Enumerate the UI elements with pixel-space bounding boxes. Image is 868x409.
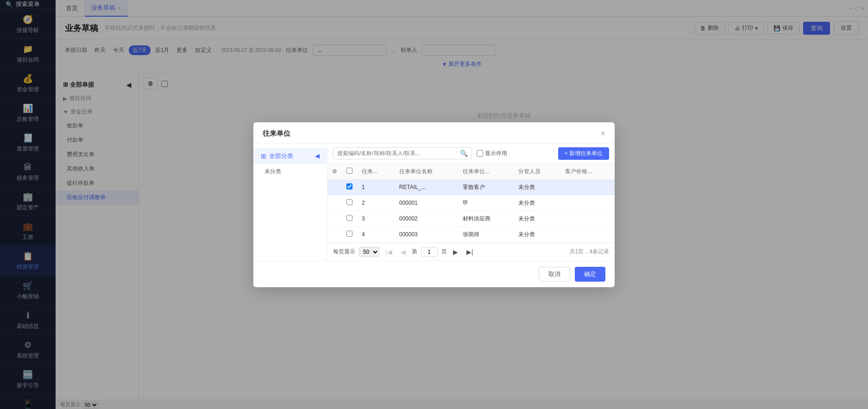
row-check[interactable] xyxy=(342,195,357,211)
unclassified-item[interactable]: 未分类 xyxy=(253,164,327,179)
last-page-button[interactable]: ▶| xyxy=(464,247,476,257)
confirm-button[interactable]: 确定 xyxy=(575,267,605,282)
col-settings-header: ⚙ xyxy=(327,164,342,180)
page-number-input[interactable] xyxy=(421,247,438,257)
page-size-label: 每页显示 xyxy=(333,248,355,256)
modal-title: 往来单位 xyxy=(263,129,290,138)
row-settings xyxy=(327,195,342,211)
row-name: 甲 xyxy=(458,195,514,211)
modal-toolbar: 🔍 显示停用 + 新增往来单位 xyxy=(327,144,615,164)
page-size-select[interactable]: 50 xyxy=(359,247,379,257)
modal-dialog-footer: 取消 确定 xyxy=(253,261,615,287)
col-code-header: 往来... xyxy=(357,164,395,180)
row-name: 零散客户 xyxy=(458,179,514,195)
total-label: 共1页，4条记录 xyxy=(570,248,609,256)
prev-page-button[interactable]: ◀ xyxy=(398,247,408,257)
row-settings xyxy=(327,211,342,227)
row-manager xyxy=(560,227,615,242)
modal-table: ⚙ 往来... 往来单位名称 往来单位... 分管人员 客户价格... xyxy=(327,164,615,243)
page-number-label: 第 xyxy=(412,248,417,256)
row-settings xyxy=(327,179,342,195)
row-check[interactable] xyxy=(342,211,357,227)
row-category: 未分类 xyxy=(514,211,561,227)
row-num: 2 xyxy=(357,195,395,211)
col-name-header: 往来单位名称 xyxy=(395,164,458,180)
table-row[interactable]: 4 000003 张萌得 未分类 xyxy=(327,227,615,242)
col-check-header[interactable] xyxy=(342,164,357,180)
show-disabled-checkbox[interactable] xyxy=(477,150,483,157)
table-header-row: ⚙ 往来... 往来单位名称 往来单位... 分管人员 客户价格... xyxy=(327,164,615,180)
row-manager xyxy=(560,179,615,195)
col-category-header: 往来单位... xyxy=(458,164,514,180)
row-settings xyxy=(327,227,342,242)
row-check[interactable] xyxy=(342,227,357,242)
row-code: RETAIL_... xyxy=(395,179,458,195)
modal-header: 往来单位 × xyxy=(253,122,615,144)
modal-left-panel: ⊞ 全部分类 ◀ 未分类 xyxy=(253,144,327,261)
row-num: 3 xyxy=(357,211,395,227)
row-code: 000002 xyxy=(395,211,458,227)
row-category: 未分类 xyxy=(514,227,561,242)
table-row[interactable]: 3 000002 材料供应商 未分类 xyxy=(327,211,615,227)
grid-icon: ⊞ xyxy=(261,152,266,160)
partner-modal: 往来单位 × ⊞ 全部分类 ◀ 未分类 🔍 xyxy=(253,122,615,287)
row-name: 材料供应商 xyxy=(458,211,514,227)
search-icon: 🔍 xyxy=(460,150,468,157)
cancel-button[interactable]: 取消 xyxy=(539,267,570,282)
modal-right-panel: 🔍 显示停用 + 新增往来单位 ⚙ xyxy=(327,144,615,261)
select-all-modal[interactable] xyxy=(346,168,352,174)
row-category: 未分类 xyxy=(514,195,561,211)
page-suffix-label: 页 xyxy=(441,248,447,256)
all-category-item[interactable]: ⊞ 全部分类 ◀ xyxy=(253,148,327,164)
modal-overlay: 往来单位 × ⊞ 全部分类 ◀ 未分类 🔍 xyxy=(0,0,868,409)
row-category: 未分类 xyxy=(514,179,561,195)
row-manager xyxy=(560,195,615,211)
col-manager-header: 分管人员 xyxy=(514,164,561,180)
show-disabled-label[interactable]: 显示停用 xyxy=(477,150,507,157)
modal-body: ⊞ 全部分类 ◀ 未分类 🔍 显示停用 xyxy=(253,144,615,261)
first-page-button[interactable]: |◀ xyxy=(383,247,395,257)
row-num: 4 xyxy=(357,227,395,242)
modal-close-button[interactable]: × xyxy=(600,129,605,138)
next-page-button[interactable]: ▶ xyxy=(451,247,460,257)
row-num: 1 xyxy=(357,179,395,195)
collapse-left-icon[interactable]: ◀ xyxy=(315,152,320,159)
row-name: 张萌得 xyxy=(458,227,514,242)
partner-search-box[interactable]: 🔍 xyxy=(333,147,472,159)
row-manager xyxy=(560,211,615,227)
table-row[interactable]: 1 RETAIL_... 零散客户 未分类 xyxy=(327,179,615,195)
table-row[interactable]: 2 000001 甲 未分类 xyxy=(327,195,615,211)
table-pagination: 每页显示 50 |◀ ◀ 第 页 ▶ ▶| 共1页，4条记录 xyxy=(327,243,615,261)
row-code: 000003 xyxy=(395,227,458,242)
row-code: 000001 xyxy=(395,195,458,211)
add-partner-button[interactable]: + 新增往来单位 xyxy=(558,147,609,160)
col-price-header: 客户价格... xyxy=(560,164,615,180)
row-check[interactable] xyxy=(342,179,357,195)
partner-search-input[interactable] xyxy=(337,150,460,157)
